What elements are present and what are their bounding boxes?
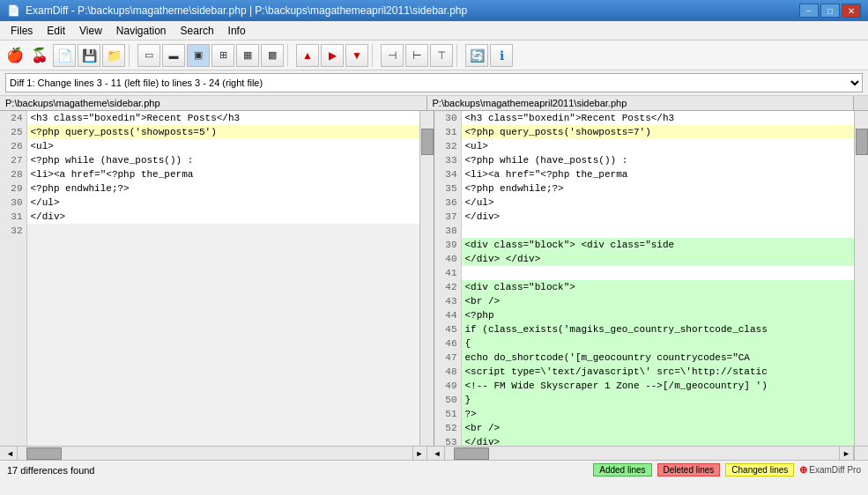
table-row: 32 (0, 224, 434, 238)
left-hscroll-right[interactable]: ► (412, 447, 427, 460)
view2-icon[interactable]: ▬ (162, 44, 185, 67)
right-vscrollbar[interactable] (854, 111, 868, 446)
line-content: <br /> (461, 421, 868, 435)
line-content: } (461, 393, 868, 407)
new-file-icon[interactable]: 📄 (53, 44, 76, 67)
table-row (0, 393, 434, 407)
header-spacer (854, 96, 868, 110)
table-row: 40 </div> </div> (434, 252, 868, 266)
right-hscrollbar[interactable]: ◄ ► (427, 447, 855, 460)
table-row (0, 252, 434, 266)
line-content: <?php endwhile;?> (461, 181, 868, 196)
right-panel: 30 <h3 class="boxedin">Recent Posts</h33… (434, 111, 868, 446)
left-code-table: 24 <h3 class="boxedin">Recent Posts</h32… (0, 111, 434, 446)
line-content (26, 322, 434, 336)
left-hscroll-left[interactable]: ◄ (4, 447, 18, 460)
right-hscroll-right[interactable]: ► (839, 447, 853, 460)
right-panel-content[interactable]: 30 <h3 class="boxedin">Recent Posts</h33… (434, 111, 868, 446)
left-hscrollbar[interactable]: ◄ ► (0, 447, 427, 460)
line-number (0, 421, 26, 435)
line-content: { (461, 336, 868, 351)
right-vscrollbar-thumb[interactable] (856, 129, 868, 155)
separator-4 (456, 44, 462, 67)
line-number: 31 (434, 125, 461, 139)
open-icon[interactable]: 🍎 (4, 44, 26, 67)
left-panel-content[interactable]: 24 <h3 class="boxedin">Recent Posts</h32… (0, 111, 434, 446)
right-hscrollbar-thumb[interactable] (454, 447, 489, 460)
prev-diff-icon[interactable]: ▲ (296, 44, 319, 67)
menu-navigation[interactable]: Navigation (109, 23, 174, 39)
table-row: 27 <?php while (have_posts()) : (0, 153, 434, 167)
line-content: </div> </div> (461, 252, 868, 266)
line-number: 49 (434, 379, 461, 393)
line-number: 47 (434, 351, 461, 365)
line-number: 25 (0, 125, 26, 139)
table-row: 38 (434, 224, 868, 238)
menu-files[interactable]: Files (4, 23, 40, 39)
table-row: 42 <div class="block"> (434, 280, 868, 294)
line-number: 53 (434, 435, 461, 446)
nav3-icon[interactable]: ⊤ (430, 44, 453, 67)
table-row: 43<br /> (434, 294, 868, 308)
line-number (0, 351, 26, 365)
table-row: 44<?php (434, 308, 868, 322)
line-content: <?php query_posts('showposts=5') (26, 125, 434, 139)
table-row (0, 351, 434, 365)
diff-dropdown[interactable]: Diff 1: Change lines 3 - 11 (left file) … (5, 73, 863, 92)
line-number (0, 308, 26, 322)
line-content: ?> (461, 407, 868, 421)
line-content (26, 266, 434, 280)
view1-icon[interactable]: ▭ (137, 44, 160, 67)
view6-icon[interactable]: ▩ (261, 44, 284, 67)
left-vscrollbar-thumb[interactable] (421, 129, 434, 155)
table-row: 45if (class_exists('magiks_geo_country_s… (434, 322, 868, 336)
left-panel-header: P:\backups\magatheme\sidebar.php (0, 96, 427, 110)
menu-search[interactable]: Search (174, 23, 221, 39)
menu-edit[interactable]: Edit (40, 23, 72, 39)
line-content (26, 421, 434, 435)
menu-view[interactable]: View (72, 23, 109, 39)
left-hscrollbar-thumb[interactable] (26, 447, 62, 460)
line-content (461, 266, 868, 280)
nav1-icon[interactable]: ⊣ (381, 44, 404, 67)
line-content: </div> (26, 210, 434, 224)
right-hscroll-left[interactable]: ◄ (431, 447, 445, 460)
right-code-table: 30 <h3 class="boxedin">Recent Posts</h33… (434, 111, 868, 446)
line-content: <!-- FM Wide Skyscraper 1 Zone -->[/m_ge… (461, 379, 868, 393)
table-row: 50} (434, 393, 868, 407)
examdiff-logo: ⊕ ExamDiff Pro (799, 464, 861, 476)
line-number: 43 (434, 294, 461, 308)
maximize-button[interactable]: □ (820, 4, 840, 18)
save-icon[interactable]: 💾 (78, 44, 100, 67)
close-button[interactable]: ✕ (842, 4, 861, 18)
line-number (0, 280, 26, 294)
legend-added-label: Added lines (593, 463, 651, 477)
nav2-icon[interactable]: ⊢ (405, 44, 428, 67)
copy-icon[interactable]: 📁 (102, 44, 125, 67)
menubar: Files Edit View Navigation Search Info (0, 21, 868, 41)
sync-icon[interactable]: 🔄 (465, 44, 488, 67)
table-row (0, 365, 434, 379)
title-text: ExamDiff - P:\backups\magatheme\sidebar.… (26, 4, 799, 17)
line-number (0, 336, 26, 351)
view3-icon[interactable]: ▣ (187, 44, 210, 67)
line-number: 35 (434, 181, 461, 196)
cherry-icon[interactable]: 🍒 (28, 44, 51, 67)
line-content: <?php while (have_posts()) : (26, 153, 434, 167)
next-diff2-icon[interactable]: ▶ (321, 44, 344, 67)
line-content: <?php (461, 308, 868, 322)
table-row: 30 </ul> (0, 196, 434, 210)
menu-info[interactable]: Info (221, 23, 253, 39)
view5-icon[interactable]: ▦ (236, 44, 259, 67)
line-content (26, 308, 434, 322)
left-vscrollbar[interactable] (419, 111, 434, 446)
line-number: 42 (434, 280, 461, 294)
next-diff-icon[interactable]: ▼ (345, 44, 368, 67)
line-number (0, 252, 26, 266)
minimize-button[interactable]: − (799, 4, 819, 18)
info-icon[interactable]: ℹ (490, 44, 513, 67)
hscrollbar-row: ◄ ► ◄ ► (0, 446, 868, 460)
view4-icon[interactable]: ⊞ (211, 44, 234, 67)
line-number: 32 (0, 224, 26, 238)
app-icon: 📄 (7, 4, 20, 17)
